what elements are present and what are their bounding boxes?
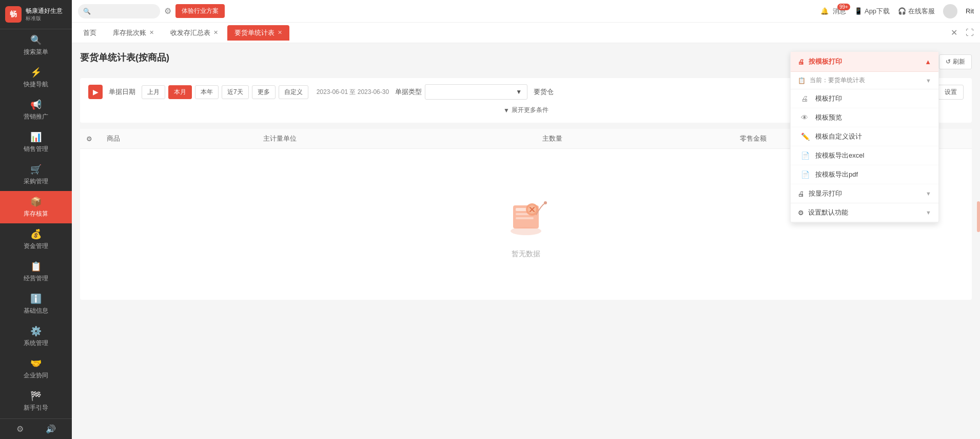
sidebar-item-system[interactable]: ⚙️ 系统管理 — [0, 320, 72, 353]
header-left: 🔍 ⚙ 体验行业方案 — [78, 4, 225, 18]
doc-type-select[interactable]: ▼ — [425, 84, 527, 100]
dropdown-item-template-preview[interactable]: 👁 模板预览 — [791, 108, 938, 127]
sidebar-item-marketing[interactable]: 📢 营销推广 — [0, 94, 72, 126]
col-qty: 主数量 — [536, 129, 734, 149]
page-title: 要货单统计表(按商品) — [80, 51, 169, 64]
this-year-btn[interactable]: 本年 — [195, 85, 219, 99]
tab-close-demand-stats[interactable]: ✕ — [278, 29, 282, 36]
sidebar-item-corp[interactable]: 🤝 企业协同 — [0, 353, 72, 385]
col-goods: 商品 — [101, 129, 257, 149]
username-label: Rit — [966, 7, 974, 15]
current-template-item[interactable]: 📋 当前：要货单统计表 ▼ — [791, 72, 938, 89]
tab-collect-summary[interactable]: 收发存汇总表 ✕ — [163, 25, 225, 41]
doc-type-label: 单据类型 — [395, 87, 422, 97]
display-print-chevron-icon: ▼ — [926, 190, 931, 197]
app-download-button[interactable]: 📱 App下载 — [854, 7, 890, 16]
warehouse-filter: 要货仓 — [534, 87, 554, 97]
trial-industry-button[interactable]: 体验行业方案 — [175, 4, 225, 18]
last-7days-btn[interactable]: 近7天 — [222, 85, 249, 99]
sidebar-item-purchase[interactable]: 🛒 采购管理 — [0, 159, 72, 191]
sidebar-item-search[interactable]: 🔍 搜索菜单 — [0, 29, 72, 62]
template-custom-icon: ✏️ — [801, 132, 810, 141]
sidebar: 畅 畅康通好生意 标准版 🔍 搜索菜单 ⚡ 快捷导航 📢 营销推广 📊 销售管理… — [0, 0, 72, 439]
sidebar-item-quick-nav[interactable]: ⚡ 快捷导航 — [0, 62, 72, 94]
tab-inventory-batch[interactable]: 库存批次账 ✕ — [106, 25, 161, 41]
sidebar-nav: 🔍 搜索菜单 ⚡ 快捷导航 📢 营销推广 📊 销售管理 🛒 采购管理 📦 库存核… — [0, 29, 72, 418]
main-area: 🔍 ⚙ 体验行业方案 🔔 99+ 消息 📱 App下载 🎧 在线客服 Rit — [72, 0, 980, 439]
logo-icon: 畅 — [5, 6, 22, 23]
this-month-btn[interactable]: 本月 — [168, 85, 192, 99]
refresh-icon: ↺ — [946, 58, 951, 65]
date-filter-label: 单据日期 — [109, 87, 135, 97]
dropdown-item-template-custom[interactable]: ✏️ 模板自定义设计 — [791, 127, 938, 146]
dropdown-item-template-print[interactable]: 🖨 模板打印 — [791, 89, 938, 108]
filter-toggle-button[interactable]: ▶ — [88, 85, 103, 99]
finance-icon: 💰 — [30, 228, 42, 240]
sidebar-item-basic[interactable]: ℹ️ 基础信息 — [0, 288, 72, 320]
online-service-button[interactable]: 🎧 在线客服 — [898, 7, 935, 16]
tab-home[interactable]: 首页 — [76, 25, 104, 41]
empty-text: 暂无数据 — [512, 250, 540, 259]
date-range-display: 2023-06-01 至 2023-06-30 — [317, 88, 389, 97]
header-settings-icon[interactable]: ⚙ — [164, 6, 171, 16]
sidebar-item-sales[interactable]: 📊 销售管理 — [0, 126, 72, 159]
settings-footer-icon[interactable]: ⚙ — [16, 424, 24, 434]
quick-nav-icon: ⚡ — [30, 67, 42, 78]
display-print-icon: 🖨 — [798, 190, 805, 198]
template-excel-icon: 📄 — [801, 151, 810, 160]
chevron-down-icon: ▼ — [516, 88, 522, 96]
basic-icon: ℹ️ — [30, 293, 42, 304]
corp-icon: 🤝 — [30, 358, 42, 369]
custom-date-btn[interactable]: 自定义 — [279, 85, 308, 99]
tab-close-window[interactable]: ✕ — [947, 28, 962, 37]
tab-expand-icon[interactable]: ⛶ — [964, 28, 976, 37]
headset-icon: 🎧 — [898, 7, 906, 15]
global-search[interactable]: 🔍 — [78, 4, 160, 18]
sidebar-item-inventory[interactable]: 📦 库存核算 — [0, 191, 72, 223]
tab-close-collect-summary[interactable]: ✕ — [213, 29, 218, 36]
empty-svg — [500, 190, 552, 241]
sales-icon: 📊 — [30, 131, 42, 143]
template-preview-icon: 👁 — [801, 113, 810, 122]
bell-icon: 🔔 — [820, 7, 829, 15]
marketing-icon: 📢 — [30, 99, 42, 110]
dropdown-group-display-print[interactable]: 🖨 按显示打印 ▼ — [791, 184, 938, 203]
last-month-btn[interactable]: 上月 — [142, 85, 165, 99]
expand-more-btn[interactable]: ▼ 展开更多条件 — [497, 104, 555, 117]
messages-button[interactable]: 🔔 99+ 消息 — [820, 7, 846, 16]
header-right: 🔔 99+ 消息 📱 App下载 🎧 在线客服 Rit — [820, 4, 974, 18]
gear-icon[interactable]: ⚙ — [86, 135, 92, 143]
print-dropdown-menu: 🖨 按模板打印 ▲ 📋 当前：要货单统计表 ▼ 🖨 模板打印 👁 模板预览 ✏️… — [790, 51, 939, 223]
purchase-icon: 🛒 — [30, 164, 42, 175]
set-default-chevron-icon: ▼ — [926, 209, 931, 216]
warehouse-label: 要货仓 — [534, 87, 554, 97]
tab-close-inventory-batch[interactable]: ✕ — [149, 29, 154, 36]
date-buttons-group: 上月 本月 本年 近7天 更多 自定义 — [142, 85, 308, 99]
dropdown-group-set-default[interactable]: ⚙ 设置默认功能 ▼ — [791, 203, 938, 222]
sidebar-item-guide[interactable]: 🏁 新手引导 — [0, 385, 72, 417]
search-menu-icon: 🔍 — [30, 34, 42, 46]
template-pdf-icon: 📄 — [801, 170, 810, 179]
inventory-icon: 📦 — [30, 196, 42, 207]
table-settings-button[interactable]: 设置 — [938, 85, 964, 100]
scroll-handle[interactable] — [977, 201, 980, 232]
top-header: 🔍 ⚙ 体验行业方案 🔔 99+ 消息 📱 App下载 🎧 在线客服 Rit — [72, 0, 980, 23]
logo-text: 畅康通好生意 标准版 — [26, 7, 63, 22]
dropdown-item-template-excel[interactable]: 📄 按模板导出excel — [791, 146, 938, 165]
audio-footer-icon[interactable]: 🔊 — [46, 424, 56, 434]
print-dropdown-icon: 🖨 — [798, 58, 805, 66]
tabs-bar: 首页 库存批次账 ✕ 收发存汇总表 ✕ 要货单统计表 ✕ ✕ ⛶ — [72, 23, 980, 43]
chevron-up-dropdown-icon[interactable]: ▲ — [925, 58, 931, 66]
system-icon: ⚙️ — [30, 326, 42, 337]
dropdown-item-template-pdf[interactable]: 📄 按模板导出pdf — [791, 165, 938, 184]
expand-chevron-icon: ▼ — [503, 107, 509, 114]
more-date-btn[interactable]: 更多 — [252, 85, 276, 99]
refresh-button[interactable]: ↺ 刷新 — [939, 54, 972, 69]
sidebar-item-operation[interactable]: 📋 经营管理 — [0, 256, 72, 288]
tab-demand-stats[interactable]: 要货单统计表 ✕ — [227, 25, 289, 41]
sidebar-footer: ⚙ 🔊 — [0, 418, 72, 439]
avatar[interactable] — [943, 4, 957, 18]
operation-icon: 📋 — [30, 261, 42, 272]
phone-icon: 📱 — [854, 7, 863, 15]
sidebar-item-finance[interactable]: 💰 资金管理 — [0, 223, 72, 256]
